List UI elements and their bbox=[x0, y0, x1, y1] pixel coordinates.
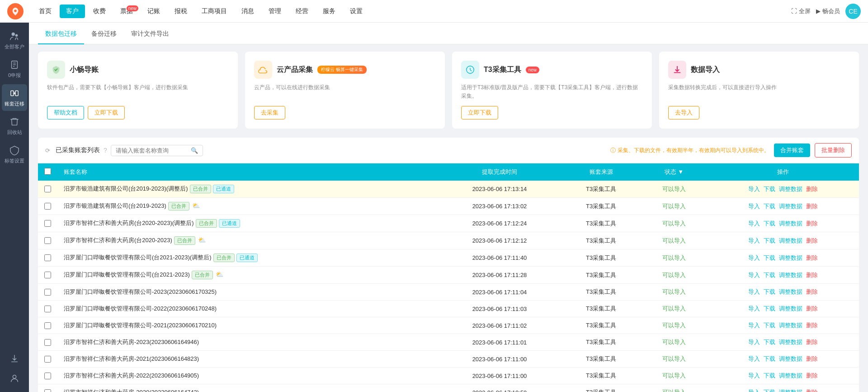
导入-action[interactable]: 导入 bbox=[748, 220, 760, 228]
nav-service[interactable]: 服务 bbox=[316, 5, 342, 18]
调整数据-action[interactable]: 调整数据 bbox=[779, 305, 802, 313]
row-checkbox[interactable] bbox=[44, 237, 51, 244]
nav-business[interactable]: 工商项目 bbox=[195, 5, 233, 18]
下载-action[interactable]: 下载 bbox=[764, 372, 775, 380]
row-checkbox[interactable] bbox=[44, 306, 51, 312]
nav-customer[interactable]: 客户 bbox=[60, 5, 85, 18]
nav-accounting[interactable]: 记账 bbox=[141, 5, 166, 18]
nav-operation[interactable]: 经营 bbox=[289, 5, 315, 18]
导入-action[interactable]: 导入 bbox=[748, 388, 760, 392]
sidebar-user[interactable] bbox=[2, 369, 27, 387]
search-button[interactable]: 🔍 bbox=[191, 147, 198, 154]
下载-action[interactable]: 下载 bbox=[764, 220, 775, 228]
导入-action[interactable]: 导入 bbox=[748, 355, 760, 363]
row-checkbox[interactable] bbox=[44, 203, 51, 210]
row-checkbox[interactable] bbox=[44, 339, 51, 346]
nav-invoice[interactable]: 票据 new bbox=[114, 5, 139, 18]
调整数据-action[interactable]: 调整数据 bbox=[779, 338, 802, 346]
row-checkbox[interactable] bbox=[44, 289, 51, 296]
下载-action[interactable]: 下载 bbox=[764, 355, 775, 363]
导入-action[interactable]: 导入 bbox=[748, 372, 760, 380]
merge-account-button[interactable]: 合并账套 bbox=[774, 143, 810, 157]
delete-action[interactable]: 删除 bbox=[806, 185, 818, 193]
delete-action[interactable]: 删除 bbox=[806, 305, 818, 313]
go-import-button[interactable]: 去导入 bbox=[668, 106, 699, 120]
delete-action[interactable]: 删除 bbox=[806, 321, 818, 330]
调整数据-action[interactable]: 调整数据 bbox=[779, 271, 802, 279]
delete-action[interactable]: 删除 bbox=[806, 271, 818, 279]
导入-action[interactable]: 导入 bbox=[748, 321, 760, 330]
导入-action[interactable]: 导入 bbox=[748, 338, 760, 346]
tab-data-migration[interactable]: 数据包迁移 bbox=[38, 24, 84, 44]
调整数据-action[interactable]: 调整数据 bbox=[779, 237, 802, 245]
row-checkbox[interactable] bbox=[44, 272, 51, 278]
调整数据-action[interactable]: 调整数据 bbox=[779, 202, 802, 210]
nav-settings[interactable]: 设置 bbox=[344, 5, 369, 18]
调整数据-action[interactable]: 调整数据 bbox=[779, 355, 802, 363]
下载-action[interactable]: 下载 bbox=[764, 388, 775, 392]
t3-download-button[interactable]: 立即下载 bbox=[461, 106, 498, 120]
delete-action[interactable]: 删除 bbox=[806, 254, 818, 262]
select-all-checkbox[interactable] bbox=[44, 168, 51, 175]
导入-action[interactable]: 导入 bbox=[748, 288, 760, 296]
下载-action[interactable]: 下载 bbox=[764, 271, 775, 279]
delete-action[interactable]: 删除 bbox=[806, 237, 818, 245]
delete-action[interactable]: 删除 bbox=[806, 220, 818, 228]
下载-action[interactable]: 下载 bbox=[764, 254, 775, 262]
delete-action[interactable]: 删除 bbox=[806, 202, 818, 210]
tab-audit-export[interactable]: 审计文件导出 bbox=[124, 24, 176, 44]
fullscreen-btn[interactable]: ⛶ 全屏 bbox=[791, 7, 811, 15]
下载-action[interactable]: 下载 bbox=[764, 305, 775, 313]
row-checkbox[interactable] bbox=[44, 356, 51, 363]
help-doc-button[interactable]: 帮助文档 bbox=[47, 106, 84, 120]
refresh-icon[interactable]: ⟳ bbox=[45, 147, 50, 154]
调整数据-action[interactable]: 调整数据 bbox=[779, 321, 802, 330]
sidebar-item-tag-settings[interactable]: 标签设置 bbox=[2, 141, 27, 168]
delete-action[interactable]: 删除 bbox=[806, 288, 818, 296]
sidebar-item-recycle[interactable]: 回收站 bbox=[2, 113, 27, 139]
delete-action[interactable]: 删除 bbox=[806, 388, 818, 392]
tab-backup-migration[interactable]: 备份迁移 bbox=[84, 24, 124, 44]
导入-action[interactable]: 导入 bbox=[748, 254, 760, 262]
sidebar-item-account-migration[interactable]: 账套迁移 bbox=[2, 84, 27, 111]
delete-action[interactable]: 删除 bbox=[806, 338, 818, 346]
nav-home[interactable]: 首页 bbox=[33, 5, 58, 18]
user-avatar[interactable]: CE bbox=[845, 4, 861, 19]
下载-action[interactable]: 下载 bbox=[764, 237, 775, 245]
sidebar-item-zero-report[interactable]: 0申报 bbox=[2, 56, 27, 82]
调整数据-action[interactable]: 调整数据 bbox=[779, 220, 802, 228]
row-checkbox[interactable] bbox=[44, 254, 51, 261]
下载-action[interactable]: 下载 bbox=[764, 338, 775, 346]
batch-delete-button[interactable]: 批量删除 bbox=[815, 143, 852, 158]
delete-action[interactable]: 删除 bbox=[806, 372, 818, 380]
nav-billing[interactable]: 收费 bbox=[87, 5, 112, 18]
sidebar-item-all-clients[interactable]: 全部客户 bbox=[2, 27, 27, 54]
导入-action[interactable]: 导入 bbox=[748, 305, 760, 313]
delete-action[interactable]: 删除 bbox=[806, 355, 818, 363]
member-btn[interactable]: ▶ 畅会员 bbox=[816, 7, 840, 15]
nav-management[interactable]: 管理 bbox=[262, 5, 288, 18]
go-collect-button[interactable]: 去采集 bbox=[254, 106, 285, 120]
导入-action[interactable]: 导入 bbox=[748, 202, 760, 210]
调整数据-action[interactable]: 调整数据 bbox=[779, 372, 802, 380]
row-checkbox[interactable] bbox=[44, 220, 51, 227]
sidebar-download[interactable] bbox=[2, 349, 27, 368]
调整数据-action[interactable]: 调整数据 bbox=[779, 185, 802, 193]
search-input[interactable] bbox=[116, 147, 188, 154]
xiao-chang-download-button[interactable]: 立即下载 bbox=[88, 106, 125, 120]
调整数据-action[interactable]: 调整数据 bbox=[779, 254, 802, 262]
调整数据-action[interactable]: 调整数据 bbox=[779, 288, 802, 296]
nav-message[interactable]: 消息 bbox=[235, 5, 260, 18]
下载-action[interactable]: 下载 bbox=[764, 288, 775, 296]
app-logo[interactable] bbox=[7, 3, 24, 19]
导入-action[interactable]: 导入 bbox=[748, 271, 760, 279]
row-checkbox[interactable] bbox=[44, 373, 51, 379]
nav-tax[interactable]: 报税 bbox=[168, 5, 193, 18]
下载-action[interactable]: 下载 bbox=[764, 202, 775, 210]
下载-action[interactable]: 下载 bbox=[764, 321, 775, 330]
help-icon[interactable]: ? bbox=[104, 147, 107, 154]
row-checkbox[interactable] bbox=[44, 186, 51, 192]
下载-action[interactable]: 下载 bbox=[764, 185, 775, 193]
col-status[interactable]: 状态 ▼ bbox=[641, 163, 707, 181]
导入-action[interactable]: 导入 bbox=[748, 237, 760, 245]
